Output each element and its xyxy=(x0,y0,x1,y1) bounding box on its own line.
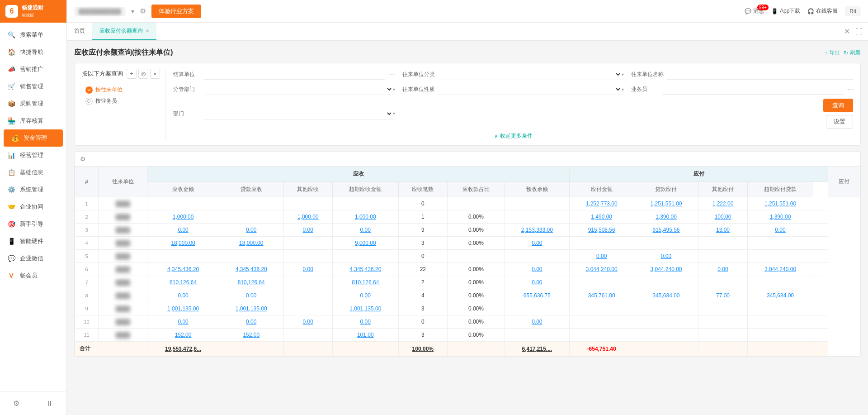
tab-home[interactable]: 首页 xyxy=(67,23,92,40)
settlement-unit-input[interactable] xyxy=(204,69,385,80)
dept-select[interactable] xyxy=(204,108,393,119)
settings-bottom-icon[interactable]: ⚙ xyxy=(9,396,23,411)
refresh-button[interactable]: ↻ 刷新 xyxy=(844,49,861,57)
export-button[interactable]: ↑ 导出 xyxy=(825,49,840,57)
partner-category-select[interactable] xyxy=(439,69,622,80)
sidebar-item-nav[interactable]: 🏠 快捷导航 xyxy=(0,43,66,61)
more-scheme-button[interactable]: « xyxy=(150,69,160,79)
edit-scheme-button[interactable]: ◎ xyxy=(138,69,148,79)
sidebar-item-hardware[interactable]: 📱 智能硬件 xyxy=(0,233,66,250)
finance-icon: 💰 xyxy=(11,134,19,142)
sidebar-label-member: 畅会员 xyxy=(20,272,38,280)
close-window-icon[interactable]: ✕ xyxy=(844,27,850,36)
scheme-by-salesperson[interactable]: ⏱ 按业务员 xyxy=(82,95,160,107)
setting-button[interactable]: 设置 xyxy=(826,115,853,129)
sidebar-item-finance[interactable]: 💰 资金管理 xyxy=(4,129,63,147)
app-download-button[interactable]: 📱 App下载 xyxy=(771,7,800,15)
page-wrapper: 应收应付余额查询(按往来单位) ↑ 导出 ↻ 刷新 按以下方案查询 xyxy=(67,41,868,364)
footer-ar-total[interactable]: 19,553,472,6... xyxy=(147,342,219,356)
footer-ar-ratio: 100.00% xyxy=(398,342,447,356)
field-partner-nature: 往来单位性质 ▾ xyxy=(402,84,624,95)
message-button[interactable]: 💬 消息 99+ xyxy=(745,7,764,15)
sidebar-item-sales[interactable]: 🛒 销售管理 xyxy=(0,78,66,95)
col-ar-count: 应收笔数 xyxy=(398,182,447,197)
topbar-left: ████████████ ▾ ⚙ 体验行业方案 xyxy=(74,5,201,18)
col-ap-loan: 贷款应付 xyxy=(634,182,698,197)
sidebar-label-finance: 资金管理 xyxy=(24,134,47,142)
app-label: App下载 xyxy=(780,7,800,15)
message-badge: 99+ xyxy=(757,5,769,10)
salesperson-label: 业务员 xyxy=(631,86,658,93)
sidebar-item-collab[interactable]: 🤝 企业协同 xyxy=(0,198,66,215)
sidebar-label-marketing: 营销推广 xyxy=(20,65,43,73)
sidebar-logo: 6 畅捷通财 标准版 xyxy=(0,0,66,23)
search-actions: 查询 设置 xyxy=(631,99,853,129)
sidebar-item-search[interactable]: 🔍 搜索菜单 xyxy=(0,26,66,43)
partner-name-input[interactable] xyxy=(667,69,853,80)
col-ap-amount: 应付金额 xyxy=(569,182,634,197)
search-label: 按以下方案查询 xyxy=(82,70,123,78)
page-header: 应收应付余额查询(按往来单位) ↑ 导出 ↻ 刷新 xyxy=(74,48,861,57)
partner-cell: ████ xyxy=(99,224,147,237)
tabbar-actions: ✕ ⛶ xyxy=(839,23,868,40)
service-icon: 🎧 xyxy=(807,8,814,14)
partner-cell: ████ xyxy=(99,197,147,210)
sidebar-item-basic[interactable]: 📋 基础信息 xyxy=(0,164,66,181)
dept-select-wrapper[interactable]: ▾ xyxy=(204,108,395,119)
partner-cell: ████ xyxy=(99,210,147,224)
col-ar-group-header: 应收 xyxy=(147,167,569,182)
settlement-unit-label: 结算单位 xyxy=(173,71,200,78)
scheme-partner-icon: W xyxy=(85,86,93,94)
sidebar-item-system[interactable]: ⚙️ 系统管理 xyxy=(0,181,66,198)
trial-button[interactable]: 体验行业方案 xyxy=(151,5,201,18)
tab-arquery[interactable]: 应收应付余额查询 ✕ xyxy=(92,23,156,40)
sidebar-label-system: 系统管理 xyxy=(20,186,43,194)
field-settlement-unit: 结算单位 ··· xyxy=(173,69,395,80)
sidebar-label-collab: 企业协同 xyxy=(20,203,43,211)
sidebar-item-marketing[interactable]: 📣 营销推广 xyxy=(0,61,66,78)
dept-head-select-wrapper[interactable]: ▾ xyxy=(204,84,395,95)
partner-category-select-wrapper[interactable]: ▾ xyxy=(439,69,624,80)
sidebar-label-nav: 快捷导航 xyxy=(20,48,43,56)
sales-icon: 🛒 xyxy=(7,82,15,91)
sidebar-item-member[interactable]: V 畅会员 xyxy=(0,267,66,284)
purchase-icon: 📦 xyxy=(7,100,15,108)
collapse-button[interactable]: ∧ 收起更多条件 xyxy=(173,132,853,140)
dept-head-select[interactable] xyxy=(204,84,393,95)
sidebar-item-purchase[interactable]: 📦 采购管理 xyxy=(0,95,66,112)
chevron-down-icon: ▾ xyxy=(622,72,624,77)
search-fields: 结算单位 ··· 往来单位分类 ▾ 往来单位名称 xyxy=(173,69,853,129)
field-dept-head: 分管部门 ▾ xyxy=(173,84,395,95)
online-service-button[interactable]: 🎧 在线客服 xyxy=(807,7,838,15)
partner-nature-select[interactable] xyxy=(439,84,622,95)
sidebar-item-inventory[interactable]: 🏪 库存核算 xyxy=(0,112,66,129)
col-ar-overdue: 超期应收金额 xyxy=(332,182,398,197)
tab-close-icon[interactable]: ✕ xyxy=(146,29,149,33)
main-content: 应收应付余额查询(按往来单位) ↑ 导出 ↻ 刷新 按以下方案查询 xyxy=(67,41,868,415)
query-button[interactable]: 查询 xyxy=(823,99,853,112)
partner-nature-select-wrapper[interactable]: ▾ xyxy=(439,84,624,95)
logo-title: 畅捷通财 xyxy=(22,4,43,12)
maximize-icon[interactable]: ⛶ xyxy=(855,28,863,36)
sidebar-item-operations[interactable]: 📊 经营管理 xyxy=(0,147,66,164)
sidebar-item-wechat[interactable]: 💬 企业微信 xyxy=(0,250,66,267)
partner-cell: ████ xyxy=(99,276,147,289)
system-icon: ⚙️ xyxy=(7,186,15,194)
sidebar-item-guide[interactable]: 🎯 新手引导 xyxy=(0,215,66,233)
collapse-sidebar-icon[interactable]: ⏸ xyxy=(42,396,57,411)
settings-icon[interactable]: ⚙ xyxy=(140,7,146,15)
table-row: 2████1,000.001,000.001,000.0010.00%1,490… xyxy=(75,210,860,224)
scheme-by-partner[interactable]: W 按往来单位 xyxy=(82,84,160,95)
scheme-partner-label: 按往来单位 xyxy=(95,86,123,94)
salesperson-picker-icon[interactable]: ··· xyxy=(847,86,853,94)
partner-cell: ████ xyxy=(99,302,147,315)
search-icon: 🔍 xyxy=(7,31,15,39)
salesperson-input[interactable] xyxy=(662,84,843,95)
add-scheme-button[interactable]: + xyxy=(127,69,137,79)
export-icon: ↑ xyxy=(825,50,827,56)
settlement-unit-picker-icon[interactable]: ··· xyxy=(389,71,395,79)
table-config-icon[interactable]: ⚙ xyxy=(80,155,86,162)
sidebar-bottom: ⚙ ⏸ xyxy=(0,391,66,415)
user-menu[interactable]: Rit xyxy=(845,6,861,16)
dropdown-arrow-icon[interactable]: ▾ xyxy=(131,8,134,15)
